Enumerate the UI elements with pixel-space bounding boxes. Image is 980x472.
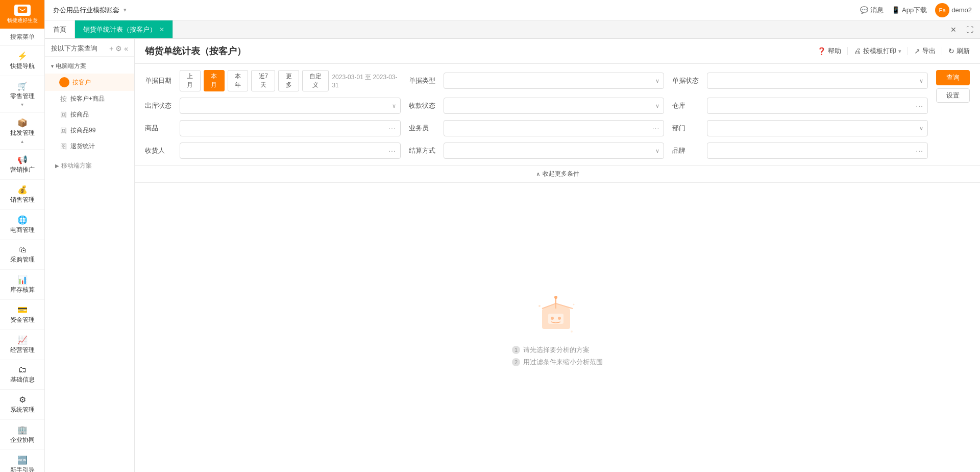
settings-button[interactable]: 设置 (936, 88, 970, 103)
tip-text-1: 请先选择要分析的方案 (523, 345, 590, 355)
date-range-text: 2023-03-01 至 2023-03-31 (332, 73, 400, 89)
svg-point-8 (573, 304, 575, 305)
sidebar-label-system: 系统管理 (10, 406, 35, 414)
industry-dropdown-arrow[interactable]: ▾ (124, 7, 127, 13)
salesperson-dots: ··· (652, 124, 660, 132)
sidebar-item-retail[interactable]: 🛒 零售管理 ▾ (0, 76, 44, 113)
sidebar-item-operation[interactable]: 📈 经营管理 (0, 330, 44, 360)
help-label: 帮助 (828, 46, 841, 56)
sidebar-label-operation: 经营管理 (10, 346, 35, 355)
last7-btn[interactable]: 近7天 (251, 70, 275, 91)
sidebar-item-sales[interactable]: 💰 销售管理 (0, 180, 44, 210)
salesperson-label: 业务员 (409, 124, 439, 133)
sidebar-item-system[interactable]: ⚙ 系统管理 (0, 390, 44, 420)
scheme-item-return[interactable]: 图 退货统计 (45, 138, 134, 154)
download-icon: 📱 (892, 6, 900, 14)
out-status-arrow: ∨ (392, 103, 396, 109)
guide-icon: 🆕 (17, 455, 28, 465)
sidebar-item-guide[interactable]: 🆕 新手引导 (0, 450, 44, 472)
print-action[interactable]: 🖨 按模板打印 ▾ (854, 46, 901, 56)
scheme-mobile-group-header[interactable]: ▶ 移动端方案 (47, 158, 134, 173)
tab-active[interactable]: 销货单统计表（按客户） ✕ (75, 20, 173, 38)
recipient-control[interactable]: ··· (180, 143, 401, 159)
goods-filter-label: 商品 (145, 124, 176, 133)
scheme-item-goods[interactable]: 回 按商品 (45, 107, 134, 123)
department-control[interactable]: ∨ (707, 120, 928, 136)
sidebar-item-purchase[interactable]: 🛍 采购管理 (0, 240, 44, 270)
salesperson-control[interactable]: ··· (444, 120, 665, 136)
sidebar-item-ecommerce[interactable]: 🌐 电商管理 (0, 210, 44, 240)
scheme-item-customer[interactable]: 按 按客户 (45, 74, 134, 91)
svg-point-7 (538, 305, 541, 307)
sidebar-item-enterprise[interactable]: 🏢 企业协同 (0, 420, 44, 450)
wholesale-arrow: ▴ (21, 138, 23, 144)
goods-label: 按商品 (70, 110, 89, 119)
sidebar-item-marketing[interactable]: 📢 营销推广 (0, 150, 44, 180)
scheme-item-customer-goods[interactable]: 按 按客户+商品 (45, 91, 134, 107)
scheme-collapse-icon[interactable]: « (124, 44, 128, 53)
main-area: 办公用品行业模拟账套 ▾ 💬 消息 📱 App下载 Ea demo2 首页 (45, 0, 980, 472)
sidebar-search[interactable]: 搜索菜单 (0, 29, 44, 46)
recipient-label: 收货人 (145, 146, 176, 155)
warehouse-label: 仓库 (672, 101, 703, 110)
sidebar-label-marketing: 营销推广 (10, 166, 35, 174)
message-item[interactable]: 💬 消息 (860, 6, 884, 15)
scheme-add-icon[interactable]: + (109, 44, 113, 53)
brand-control[interactable]: ··· (707, 143, 928, 159)
marketing-icon: 📢 (17, 155, 28, 164)
tab-close-icon[interactable]: ✕ (159, 26, 164, 33)
user-profile-item[interactable]: Ea demo2 (935, 3, 972, 17)
sidebar-item-quick-nav[interactable]: ⚡ 快捷导航 (0, 46, 44, 76)
filter-brand-item: 品牌 ··· (672, 143, 928, 159)
scheme-panel-header: 按以下方案查询 + ⚙ « (45, 39, 134, 57)
refresh-action[interactable]: ↻ 刷新 (948, 46, 970, 56)
scheme-desktop-group-header[interactable]: ▾ 电脑端方案 (45, 59, 134, 74)
tab-close-btn[interactable]: ✕ (947, 23, 960, 36)
sidebar-item-finance[interactable]: 💳 资金管理 (0, 300, 44, 330)
sidebar-item-wholesale[interactable]: 📦 批发管理 ▴ (0, 113, 44, 150)
tab-home[interactable]: 首页 (45, 20, 75, 38)
scheme-settings-icon[interactable]: ⚙ (115, 44, 122, 53)
doc-type-control[interactable]: ∨ (444, 73, 665, 89)
sidebar-label-finance: 资金管理 (10, 316, 35, 324)
this-year-btn[interactable]: 本年 (228, 70, 249, 91)
scheme-item-goods99[interactable]: 回 按商品99 (45, 123, 134, 138)
finance-icon: 💳 (17, 305, 28, 315)
warehouse-control[interactable]: ··· (707, 98, 928, 114)
this-month-btn[interactable]: 本月 (204, 70, 225, 91)
goods99-icon: 回 (59, 127, 67, 135)
filter-salesperson-item: 业务员 ··· (409, 120, 665, 136)
settlement-label: 结算方式 (409, 146, 439, 155)
collapse-bar[interactable]: ∧ 收起更多条件 (135, 166, 980, 183)
doc-status-control[interactable]: ∨ (707, 73, 928, 89)
payment-status-control[interactable]: ∨ (444, 98, 665, 114)
sidebar: 畅捷通好生意 搜索菜单 ⚡ 快捷导航 🛒 零售管理 ▾ 📦 批发管理 ▴ 📢 营… (0, 0, 45, 472)
user-name: demo2 (951, 6, 972, 14)
help-action[interactable]: ❓ 帮助 (817, 46, 841, 56)
logo-text: 畅捷通好生意 (7, 17, 38, 24)
goods-dots: ··· (388, 124, 396, 132)
more-btn[interactable]: 更多 (278, 70, 299, 91)
tab-maximize-btn[interactable]: ⛶ (964, 23, 976, 36)
settlement-control[interactable]: ∨ (444, 143, 665, 159)
app-download-label: App下载 (902, 6, 927, 15)
filter-goods-item: 商品 ··· (145, 120, 401, 136)
page-actions: ❓ 帮助 🖨 按模板打印 ▾ ↗ 导出 (817, 46, 970, 56)
out-status-control[interactable]: ∨ (180, 98, 401, 114)
app-download-item[interactable]: 📱 App下载 (892, 6, 927, 15)
filter-department-item: 部门 ∨ (672, 120, 928, 136)
sidebar-item-inventory[interactable]: 📊 库存核算 (0, 270, 44, 300)
refresh-label: 刷新 (957, 46, 970, 56)
goods-control[interactable]: ··· (180, 120, 401, 136)
custom-btn[interactable]: 自定义 (302, 70, 329, 91)
help-icon: ❓ (817, 47, 826, 55)
export-action[interactable]: ↗ 导出 (914, 46, 936, 56)
sidebar-label-guide: 新手引导 (10, 466, 35, 472)
last-month-btn[interactable]: 上月 (180, 70, 201, 91)
query-button[interactable]: 查询 (936, 70, 970, 85)
svg-point-6 (554, 296, 557, 299)
retail-icon: 🛒 (17, 81, 28, 91)
message-label: 消息 (870, 6, 884, 15)
user-avatar: Ea (935, 3, 949, 17)
sidebar-item-basic[interactable]: 🗂 基础信息 (0, 360, 44, 390)
